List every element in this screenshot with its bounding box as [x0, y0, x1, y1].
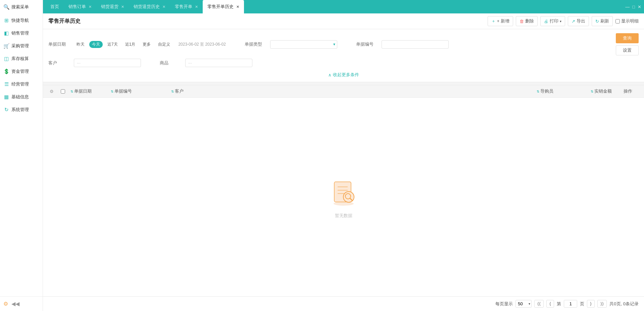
- display-detail-checkbox[interactable]: [615, 19, 620, 23]
- toolbar: 零售开单历史 ＋ + 新增 🗑 删除 🖨 打印 ▾ ↗ 导出 ↻ 刷新 显示明细: [43, 13, 644, 29]
- table-header: ⚙ ⇅ 单据日期 ⇅ 单据编号 ⇅ 客户 ⇅ 导购员 ⇅ 实销金额: [43, 85, 644, 98]
- th-op: 操作: [614, 88, 641, 94]
- th-date[interactable]: ⇅ 单据日期: [68, 88, 108, 94]
- tab-sales-order[interactable]: 销售订单 ✕: [64, 0, 96, 13]
- pagination: 每页显示 10 20 50 100 ▾ ⟨⟨ ⟨ 第 页 ⟩ ⟩⟩ 共0页, 0…: [43, 296, 644, 311]
- tab-retail-open-close[interactable]: ✕: [195, 5, 198, 9]
- customer-label: 客户: [48, 60, 68, 66]
- customer-input[interactable]: ···: [74, 59, 141, 67]
- tab-home[interactable]: 首页: [46, 0, 64, 13]
- print-label: 打印: [550, 18, 558, 24]
- per-page-select[interactable]: 10 20 50 100: [515, 300, 532, 308]
- product-ellipsis: ···: [188, 60, 192, 65]
- tab-sales-return[interactable]: 销货退货 ✕: [96, 0, 129, 13]
- tab-retail-history-close[interactable]: ✕: [236, 5, 239, 9]
- refresh-button[interactable]: ↻ 刷新: [592, 16, 613, 26]
- capital-mgmt-icon: 💲: [3, 68, 9, 74]
- maximize-icon[interactable]: □: [632, 4, 635, 9]
- tab-home-label: 首页: [50, 4, 59, 10]
- product-label: 商品: [160, 60, 180, 66]
- close-window-icon[interactable]: ✕: [638, 4, 641, 9]
- sidebar-search[interactable]: 🔍 搜索采单: [0, 0, 43, 14]
- sidebar-item-inventory[interactable]: ◫ 库存核算: [0, 52, 43, 65]
- sort-date-icon: ⇅: [70, 90, 73, 93]
- sidebar-item-quick-nav[interactable]: ⊞ 快捷导航: [0, 14, 43, 27]
- settings-icon[interactable]: ⚙: [3, 301, 8, 307]
- sidebar-search-label: 搜索采单: [11, 4, 29, 10]
- tab-sales-return-close[interactable]: ✕: [121, 5, 124, 9]
- query-button[interactable]: 查询: [616, 33, 639, 43]
- th-client-label: 客户: [175, 88, 184, 94]
- export-label: 导出: [577, 18, 585, 24]
- date-opt-today[interactable]: 今天: [89, 41, 103, 48]
- per-page-label: 每页显示: [495, 301, 513, 307]
- print-chevron-icon: ▾: [560, 19, 561, 23]
- basic-info-icon: ▦: [3, 94, 9, 100]
- page-input[interactable]: [564, 300, 577, 308]
- search-icon: 🔍: [3, 4, 9, 10]
- pagination-prev-btn[interactable]: ⟨: [546, 300, 554, 308]
- sidebar-item-label: 系统管理: [11, 107, 29, 113]
- delete-icon: 🗑: [519, 19, 524, 24]
- add-icon: ＋: [491, 18, 496, 24]
- page-title: 零售开单历史: [48, 18, 81, 25]
- sidebar: 🔍 搜索采单 ⊞ 快捷导航 ◧ 销售管理 🛒 采购管理 ◫ 库存核算 💲 资金管…: [0, 0, 43, 311]
- tab-retail-open[interactable]: 零售开单 ✕: [170, 0, 203, 13]
- doc-num-input[interactable]: [382, 40, 449, 49]
- sidebar-item-label: 快捷导航: [11, 17, 29, 23]
- date-opt-1month[interactable]: 近1月: [122, 41, 138, 48]
- doc-type-label: 单据类型: [245, 41, 265, 47]
- pagination-first-btn[interactable]: ⟨⟨: [534, 300, 544, 308]
- table-check-all[interactable]: [58, 89, 68, 94]
- operations-mgmt-icon: ☰: [3, 81, 9, 87]
- filter-area: 单据日期 昨天 今天 近7天 近1月 更多 自定义 2023-06-02 至 2…: [43, 29, 644, 82]
- system-mgmt-icon: ↻: [3, 107, 9, 113]
- delete-label: 删除: [525, 18, 534, 24]
- th-guide-label: 导购员: [540, 88, 553, 94]
- th-amount[interactable]: ⇅ 实销金额: [574, 88, 614, 94]
- check-all-checkbox[interactable]: [61, 89, 65, 94]
- sidebar-item-label: 经营管理: [11, 81, 29, 87]
- export-button[interactable]: ↗ 导出: [568, 16, 589, 26]
- filter-row-2: 客户 ··· 商品 ···: [48, 59, 639, 67]
- purchase-mgmt-icon: 🛒: [3, 43, 9, 49]
- add-button[interactable]: ＋ + 新增: [488, 16, 513, 26]
- th-client[interactable]: ⇅ 客户: [168, 88, 534, 94]
- setting-button[interactable]: 设置: [616, 45, 639, 55]
- sidebar-item-basic-info[interactable]: ▦ 基础信息: [0, 91, 43, 103]
- tab-retail-history[interactable]: 零售开单历史 ✕: [203, 0, 244, 13]
- tab-sales-order-close[interactable]: ✕: [89, 5, 92, 9]
- minimize-icon[interactable]: —: [625, 4, 630, 9]
- tab-sales-return-history-close[interactable]: ✕: [162, 5, 165, 9]
- table-settings-icon[interactable]: ⚙: [46, 89, 58, 94]
- tab-retail-history-label: 零售开单历史: [207, 4, 234, 10]
- display-detail-toggle[interactable]: 显示明细: [615, 18, 639, 24]
- delete-button[interactable]: 🗑 删除: [516, 16, 538, 26]
- pagination-last-btn[interactable]: ⟩⟩: [597, 300, 607, 308]
- sidebar-item-sales-mgmt[interactable]: ◧ 销售管理: [0, 27, 43, 40]
- refresh-icon: ↻: [595, 19, 599, 24]
- print-button[interactable]: 🖨 打印 ▾: [540, 16, 565, 26]
- th-guide[interactable]: ⇅ 导购员: [534, 88, 574, 94]
- doc-type-select-wrap: ▾: [270, 40, 337, 49]
- doc-type-select[interactable]: [270, 40, 337, 49]
- date-opt-yesterday[interactable]: 昨天: [74, 41, 87, 48]
- sidebar-item-operations-mgmt[interactable]: ☰ 经营管理: [0, 78, 43, 91]
- collapse-row[interactable]: ∧ 收起更多条件: [48, 70, 639, 79]
- date-opt-7days[interactable]: 近7天: [105, 41, 120, 48]
- pagination-next-btn[interactable]: ⟩: [587, 300, 595, 308]
- page-suffix: 页: [580, 301, 584, 307]
- th-date-label: 单据日期: [74, 88, 92, 94]
- sidebar-item-system-mgmt[interactable]: ↻ 系统管理: [0, 103, 43, 116]
- tab-sales-return-history[interactable]: 销货退货历史 ✕: [129, 0, 170, 13]
- product-input[interactable]: ···: [185, 59, 252, 67]
- th-num[interactable]: ⇅ 单据编号: [108, 88, 168, 94]
- th-num-label: 单据编号: [114, 88, 132, 94]
- date-opt-more[interactable]: 更多: [140, 41, 153, 48]
- sidebar-item-label: 资金管理: [11, 68, 29, 74]
- collapse-sidebar-icon[interactable]: ◀◀: [11, 301, 19, 307]
- sidebar-item-capital-mgmt[interactable]: 💲 资金管理: [0, 65, 43, 78]
- sidebar-item-purchase-mgmt[interactable]: 🛒 采购管理: [0, 40, 43, 52]
- action-buttons: 查询 设置: [616, 33, 639, 55]
- date-opt-custom[interactable]: 自定义: [155, 41, 173, 48]
